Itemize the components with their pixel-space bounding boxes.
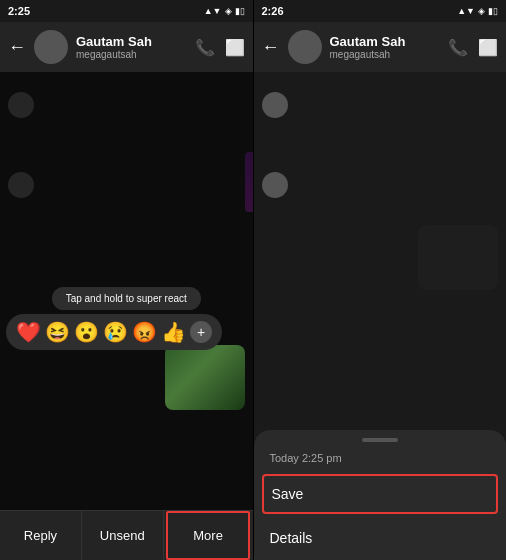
details-button[interactable]: Details [254,516,507,560]
save-button[interactable]: Save [262,474,499,514]
contact-name-left: Gautam Sah [76,34,187,49]
emoji-wow[interactable]: 😮 [74,320,99,344]
avatar-right [288,30,322,64]
more-label: More [193,528,223,543]
signal-icon-r: ▲▼ [457,6,475,16]
video-icon-left[interactable]: ⬜ [225,38,245,57]
reaction-popup: Tap and hold to super react ❤️ 😆 😮 😢 😡 👍… [6,287,247,350]
wifi-icon-r: ◈ [478,6,485,16]
battery-icon: ▮▯ [235,6,245,16]
back-button-right[interactable]: ← [262,37,280,58]
battery-icon-r: ▮▯ [488,6,498,16]
status-icons-right: ▲▼ ◈ ▮▯ [457,6,498,16]
emoji-more-button[interactable]: + [190,321,212,343]
reply-button[interactable]: Reply [0,511,82,560]
header-right: ← Gautam Sah megagautsah 📞 ⬜ [254,22,507,72]
header-info-right: Gautam Sah megagautsah [330,34,441,60]
status-icons-left: ▲▼ ◈ ▮▯ [204,6,245,16]
bottom-sheet: Today 2:25 pm Save Details [254,430,507,560]
sheet-timestamp: Today 2:25 pm [254,452,507,474]
msg-avatar-2-right [262,172,288,198]
call-icon-right[interactable]: 📞 [448,38,468,57]
msg-avatar-1-right [262,92,288,118]
signal-icon: ▲▼ [204,6,222,16]
msg-thumbnail [165,345,245,410]
status-bar-left: 2:25 ▲▼ ◈ ▮▯ [0,0,253,22]
unsend-label: Unsend [100,528,145,543]
emoji-laugh[interactable]: 😆 [45,320,70,344]
status-time-right: 2:26 [262,5,284,17]
back-button-left[interactable]: ← [8,37,26,58]
details-label: Details [270,530,313,546]
unsend-button[interactable]: Unsend [82,511,164,560]
reaction-emojis-row: ❤️ 😆 😮 😢 😡 👍 + [6,314,222,350]
msg-thumbnail-img [165,345,245,410]
status-bar-right: 2:26 ▲▼ ◈ ▮▯ [254,0,507,22]
header-info-left: Gautam Sah megagautsah [76,34,187,60]
sheet-handle [362,438,398,442]
left-screen: 2:25 ▲▼ ◈ ▮▯ ← Gautam Sah megagautsah 📞 … [0,0,253,560]
right-screen: 2:26 ▲▼ ◈ ▮▯ ← Gautam Sah megagautsah 📞 … [254,0,507,560]
wifi-icon: ◈ [225,6,232,16]
reaction-tooltip: Tap and hold to super react [52,287,201,310]
save-label: Save [272,486,304,502]
status-time-left: 2:25 [8,5,30,17]
contact-sub-left: megagautsah [76,49,187,60]
emoji-sad[interactable]: 😢 [103,320,128,344]
more-button[interactable]: More [166,511,251,560]
emoji-heart[interactable]: ❤️ [16,320,41,344]
contact-sub-right: megagautsah [330,49,441,60]
reply-label: Reply [24,528,57,543]
header-actions-left: 📞 ⬜ [195,38,245,57]
emoji-angry[interactable]: 😡 [132,320,157,344]
call-icon-left[interactable]: 📞 [195,38,215,57]
header-actions-right: 📞 ⬜ [448,38,498,57]
contact-name-right: Gautam Sah [330,34,441,49]
header-left: ← Gautam Sah megagautsah 📞 ⬜ [0,22,253,72]
chat-area-left: Today 2:25 pm Tap and hold to super reac… [0,72,253,510]
video-icon-right[interactable]: ⬜ [478,38,498,57]
bottom-actions-left: Reply Unsend More [0,510,253,560]
emoji-thumbsup[interactable]: 👍 [161,320,186,344]
avatar-left [34,30,68,64]
bg-thumbnail-right [418,225,498,290]
